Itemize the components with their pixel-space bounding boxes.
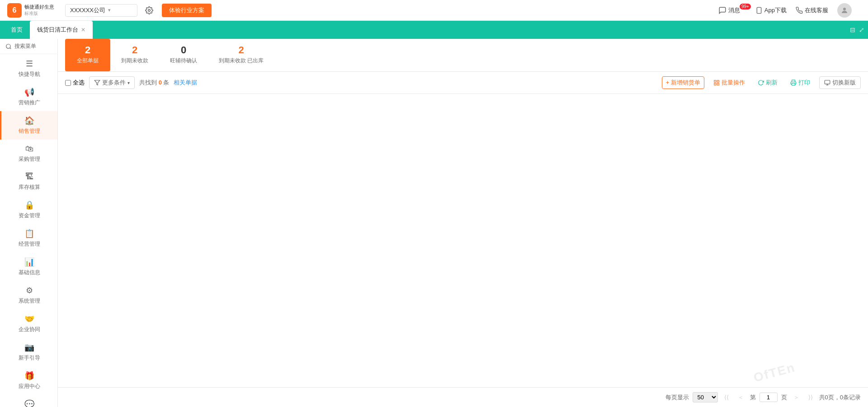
select-all-checkbox[interactable]: 全选	[65, 79, 85, 87]
filter-button[interactable]: 更多条件 ▾	[89, 76, 135, 89]
finance-icon: 🔒	[24, 200, 34, 210]
page-unit: 页	[781, 393, 787, 402]
svg-rect-7	[714, 80, 716, 82]
message-badge: 99+	[740, 4, 751, 9]
svg-rect-8	[717, 80, 719, 82]
filter-label: 更多条件	[102, 79, 126, 87]
wechat-icon: 💬	[24, 399, 34, 407]
tab-close-icon[interactable]: ✕	[81, 27, 85, 33]
online-service-button[interactable]: 在线客服	[796, 6, 828, 14]
total-info: 共0页，0条记录	[819, 393, 861, 402]
svg-rect-9	[717, 83, 719, 85]
stats-tab-overdue-shipped[interactable]: 2 到期未收款 已出库	[208, 39, 274, 71]
sidebar-label-operation: 经营管理	[19, 240, 40, 248]
svg-rect-11	[792, 83, 795, 85]
stats-num-pending: 0	[181, 44, 186, 56]
found-prefix: 共找到 0 条	[139, 79, 169, 87]
stats-tab-pending[interactable]: 0 旺辅待确认	[159, 39, 208, 71]
sidebar-item-wechat[interactable]: 💬 企业微信	[0, 395, 57, 407]
company-selector[interactable]: XXXXXX公司 ▾	[65, 4, 137, 17]
svg-rect-1	[757, 7, 761, 13]
add-sales-button[interactable]: + 新增销货单	[662, 76, 704, 89]
stats-label-overdue-shipped: 到期未收款 已出库	[219, 57, 264, 65]
svg-rect-12	[825, 80, 830, 84]
filter-arrow-icon: ▾	[127, 80, 130, 85]
sidebar-item-sales[interactable]: 🏠 销售管理	[0, 111, 57, 140]
system-icon: ⚙	[26, 285, 33, 295]
search-menu-button[interactable]: 搜索菜单	[0, 39, 57, 54]
tab-workbench[interactable]: 钱货日清工作台 ✕	[30, 21, 93, 39]
found-count: 0	[159, 79, 162, 86]
tab-expand-icon[interactable]: ⤢	[859, 26, 864, 33]
message-button[interactable]: 消息 99+	[718, 6, 746, 14]
batch-operation-button[interactable]: 批量操作	[710, 77, 749, 89]
tab-bar-actions: ⊟ ⤢	[850, 26, 864, 33]
sidebar-item-purchase[interactable]: 🛍 采购管理	[0, 140, 57, 168]
svg-marker-6	[94, 80, 100, 85]
stats-tab-overdue[interactable]: 2 到期未收款	[110, 39, 159, 71]
app-download-button[interactable]: App下载	[755, 6, 787, 14]
sidebar-item-system[interactable]: ⚙ 系统管理	[0, 281, 57, 309]
sidebar-label-purchase: 采购管理	[19, 155, 40, 163]
sidebar-item-app-center[interactable]: 🎁 应用中心	[0, 366, 57, 395]
select-all-label: 全选	[73, 79, 85, 87]
sales-icon: 🏠	[24, 116, 34, 126]
sidebar: 搜索菜单 ☰ 快捷导航 📢 营销推广 🏠 销售管理 🛍 采购管理 🏗 库存核算 …	[0, 39, 58, 407]
logo-text: 畅捷通好生意	[24, 4, 54, 10]
refresh-button[interactable]: 刷新	[754, 77, 781, 89]
stats-label-overdue: 到期未收款	[121, 57, 148, 65]
tab-minimize-icon[interactable]: ⊟	[850, 26, 855, 33]
sidebar-item-basic-info[interactable]: 📊 基础信息	[0, 253, 57, 281]
app-center-icon: 🎁	[24, 371, 34, 381]
main-layout: 搜索菜单 ☰ 快捷导航 📢 营销推广 🏠 销售管理 🛍 采购管理 🏗 库存核算 …	[0, 39, 868, 407]
sidebar-label-inventory: 库存核算	[19, 183, 40, 191]
avatar[interactable]	[837, 3, 852, 18]
switch-version-button[interactable]: 切换新版	[819, 76, 861, 89]
trial-button[interactable]: 体验行业方案	[162, 4, 212, 17]
sidebar-item-operation[interactable]: 📋 经营管理	[0, 224, 57, 253]
sidebar-label-app-center: 应用中心	[19, 383, 40, 390]
toolbar: 全选 更多条件 ▾ 共找到 0 条 相关单据 + 新增销货	[58, 72, 868, 94]
sidebar-item-inventory[interactable]: 🏗 库存核算	[0, 168, 57, 196]
table-area	[58, 94, 868, 387]
sidebar-item-cooperation[interactable]: 🤝 企业协同	[0, 309, 57, 338]
logo-icon: 6	[7, 3, 22, 18]
sidebar-item-finance[interactable]: 🔒 资金管理	[0, 196, 57, 224]
print-button[interactable]: 打印	[787, 77, 814, 89]
page-next-btn[interactable]: ＞	[791, 393, 802, 402]
related-link[interactable]: 相关单据	[174, 79, 197, 87]
online-service-label: 在线客服	[805, 6, 828, 14]
message-label: 消息	[728, 6, 740, 14]
svg-point-0	[148, 9, 151, 11]
settings-button[interactable]	[142, 3, 156, 18]
page-last-btn[interactable]: ⟩⟩	[806, 393, 816, 402]
sidebar-label-basic-info: 基础信息	[19, 269, 40, 276]
select-all-input[interactable]	[65, 80, 71, 86]
stats-label-pending: 旺辅待确认	[170, 57, 197, 65]
content-area: 2 全部单据 2 到期未收款 0 旺辅待确认 2 到期未收款 已出库 全选	[58, 39, 868, 407]
company-name: XXXXXX公司	[70, 6, 105, 14]
marketing-icon: 📢	[24, 87, 34, 97]
stats-num-overdue-shipped: 2	[239, 44, 244, 56]
page-prev-btn[interactable]: ＜	[735, 393, 746, 402]
stats-tab-all[interactable]: 2 全部单据	[65, 39, 110, 71]
basic-info-icon: 📊	[24, 257, 34, 267]
per-page-label: 每页显示	[665, 393, 689, 402]
tab-home[interactable]: 首页	[4, 21, 30, 39]
operation-icon: 📋	[24, 229, 34, 239]
sidebar-item-marketing[interactable]: 📢 营销推广	[0, 83, 57, 111]
page-first-btn[interactable]: ⟨⟨	[722, 393, 731, 402]
top-right-actions: 消息 99+ App下载 在线客服	[718, 3, 861, 18]
page-input[interactable]	[760, 393, 778, 402]
toolbar-left: 全选 更多条件 ▾ 共找到 0 条 相关单据	[65, 76, 197, 89]
sidebar-item-quick-nav[interactable]: ☰ 快捷导航	[0, 54, 57, 83]
app-download-label: App下载	[764, 6, 787, 14]
per-page-select[interactable]: 50 10 20 100	[693, 392, 718, 402]
svg-point-4	[6, 44, 10, 48]
svg-rect-10	[714, 83, 716, 85]
purchase-icon: 🛍	[25, 144, 33, 154]
top-bar: 6 畅捷通好生意 标准版 XXXXXX公司 ▾ 体验行业方案 消息 99+ Ap…	[0, 0, 868, 21]
tab-bar: 首页 钱货日清工作台 ✕ ⊟ ⤢	[0, 21, 868, 39]
sidebar-item-guide[interactable]: 📷 新手引导	[0, 338, 57, 366]
sidebar-label-guide: 新手引导	[19, 354, 40, 362]
